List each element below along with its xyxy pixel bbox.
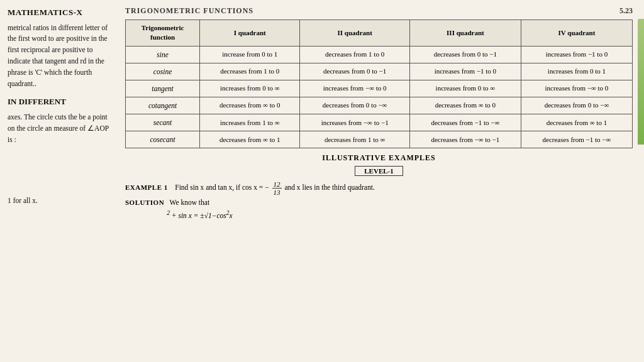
q3-cell: increases from 0 to ∞	[409, 80, 521, 97]
fraction-numerator: 12	[272, 180, 282, 189]
func-name-cell: cosine	[126, 63, 200, 80]
q4-cell: increases from −∞ to 0	[521, 80, 632, 97]
solution-line: SOLUTION We know that	[125, 197, 633, 209]
q4-cell: decreases from −1 to −∞	[521, 131, 632, 148]
solution-label: SOLUTION	[125, 199, 164, 206]
q3-cell: decreases from ∞ to 0	[409, 97, 521, 114]
func-name-cell: secant	[126, 114, 200, 131]
q3-cell: decreases from −1 to −∞	[409, 114, 521, 131]
illustrative-title: ILLUSTRATIVE EXAMPLES	[125, 153, 633, 163]
q3-cell: decreases from −∞ to −1	[409, 131, 521, 148]
q2-cell: decreases from 0 to −∞	[300, 97, 409, 114]
table-row: secant increases from 1 to ∞ increases f…	[126, 114, 633, 131]
q1-cell: decreases from ∞ to 1	[200, 131, 300, 148]
section-heading: TRIGONOMETRIC FUNCTIONS	[125, 6, 253, 16]
q4-cell: decreases from ∞ to 1	[521, 114, 632, 131]
table-row: tangent increases from 0 to ∞ increases …	[126, 80, 633, 97]
fraction-denominator: 13	[272, 189, 282, 196]
func-name-cell: cotangent	[126, 97, 200, 114]
q3-cell: increases from −1 to 0	[409, 63, 521, 80]
example-fraction: 12 13	[271, 184, 285, 192]
func-name-cell: sine	[126, 46, 200, 63]
pencil-decoration	[638, 19, 644, 145]
q2-cell: decreases from 0 to −1	[300, 63, 409, 80]
col-header-q1: I quadrant	[200, 20, 300, 47]
example-line-1: EXAMPLE 1 Find sin x and tan x, if cos x…	[125, 180, 633, 196]
illustrative-section: ILLUSTRATIVE EXAMPLES LEVEL-1 EXAMPLE 1 …	[125, 153, 633, 221]
example-label: EXAMPLE 1	[125, 184, 168, 192]
page-header: TRIGONOMETRIC FUNCTIONS 5.23	[125, 6, 633, 16]
q2-cell: decreases from 1 to 0	[300, 46, 409, 63]
col-header-q4: IV quadrant	[521, 20, 632, 47]
col-header-func: Trigonometricfunction	[126, 20, 200, 47]
q1-cell: increases from 1 to ∞	[200, 114, 300, 131]
q4-cell: increases from −1 to 0	[521, 46, 632, 63]
q2-cell: increases from −∞ to 0	[300, 80, 409, 97]
example-continue: and x lies in the third quadrant.	[284, 184, 374, 192]
left-body-text-1: metrical ratios in different letter of t…	[8, 23, 109, 90]
left-section-title: IN DIFFERENT	[8, 96, 109, 108]
col-header-q3: III quadrant	[409, 20, 521, 47]
func-name-cell: tangent	[126, 80, 200, 97]
q1-cell: increase from 0 to 1	[200, 46, 300, 63]
q1-cell: increases from 0 to ∞	[200, 80, 300, 97]
trig-table: Trigonometricfunction I quadrant II quad…	[125, 19, 633, 148]
solution-formula: 2 + sin x = ±√1−cos2x	[125, 212, 233, 219]
q4-cell: increases from 0 to 1	[521, 63, 632, 80]
table-row: cotangent decreases from ∞ to 0 decrease…	[126, 97, 633, 114]
col-header-q2: II quadrant	[300, 20, 409, 47]
left-body-text-3: 1 for all x.	[8, 195, 109, 207]
q4-cell: decreases from 0 to −∞	[521, 97, 632, 114]
example-text: Find sin x and tan x, if cos x = −	[175, 184, 269, 192]
left-panel: MATHEMATICS-X metrical ratios in differe…	[0, 0, 116, 362]
func-name-cell: cosecant	[126, 131, 200, 148]
table-row: cosine decreases from 1 to 0 decreases f…	[126, 63, 633, 80]
solution-formula-line: 2 + sin x = ±√1−cos2x	[125, 208, 633, 221]
q1-cell: decreases from 1 to 0	[200, 63, 300, 80]
left-body-text-2: axes. The circle cuts the be a point on …	[8, 112, 109, 145]
q2-cell: decreases from 1 to ∞	[300, 131, 409, 148]
table-row: cosecant decreases from ∞ to 1 decreases…	[126, 131, 633, 148]
q2-cell: increases from −∞ to −1	[300, 114, 409, 131]
solution-text: We know that	[170, 199, 210, 206]
page-number: 5.23	[619, 6, 633, 16]
level-badge: LEVEL-1	[355, 166, 402, 176]
right-panel: TRIGONOMETRIC FUNCTIONS 5.23 Trigonometr…	[116, 0, 644, 362]
table-row: sine increase from 0 to 1 decreases from…	[126, 46, 633, 63]
q1-cell: decreases from ∞ to 0	[200, 97, 300, 114]
q3-cell: decreases from 0 to −1	[409, 46, 521, 63]
chapter-title: MATHEMATICS-X	[8, 6, 109, 19]
